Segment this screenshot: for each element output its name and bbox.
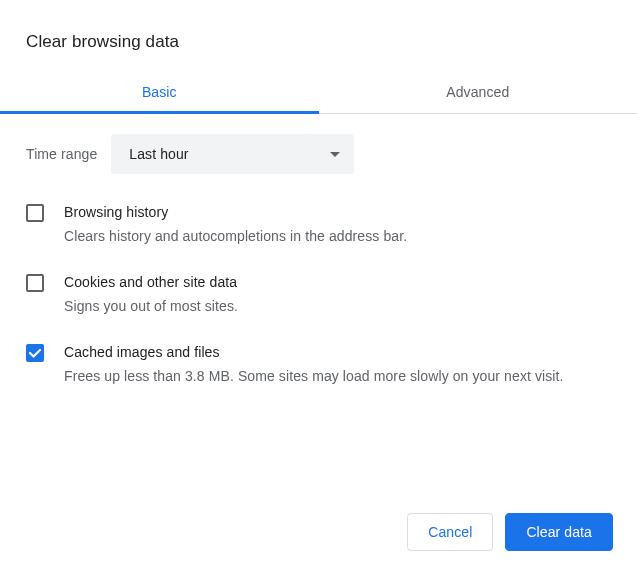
checkbox-cached[interactable] [26,344,44,362]
time-range-select[interactable]: Last hour [111,134,354,174]
option-text: Browsing history Clears history and auto… [64,202,611,246]
option-cookies: Cookies and other site data Signs you ou… [0,262,637,332]
option-desc: Clears history and autocompletions in th… [64,226,611,246]
dialog-title: Clear browsing data [0,0,637,72]
option-title: Browsing history [64,202,611,222]
chevron-down-icon [330,152,340,157]
check-icon [27,345,43,361]
option-browsing-history: Browsing history Clears history and auto… [0,192,637,262]
time-range-value: Last hour [129,146,188,162]
tab-basic[interactable]: Basic [0,72,319,113]
time-range-row: Time range Last hour [0,114,637,192]
clear-data-button[interactable]: Clear data [505,513,613,551]
cancel-button[interactable]: Cancel [407,513,493,551]
option-cached: Cached images and files Frees up less th… [0,332,637,402]
option-text: Cookies and other site data Signs you ou… [64,272,611,316]
checkbox-cookies[interactable] [26,274,44,292]
dialog-footer: Cancel Clear data [407,513,613,551]
tab-advanced[interactable]: Advanced [319,72,638,113]
option-text: Cached images and files Frees up less th… [64,342,611,386]
option-title: Cached images and files [64,342,611,362]
option-desc: Signs you out of most sites. [64,296,611,316]
checkbox-browsing-history[interactable] [26,204,44,222]
option-title: Cookies and other site data [64,272,611,292]
tab-bar: Basic Advanced [0,72,637,114]
time-range-label: Time range [26,146,97,162]
option-desc: Frees up less than 3.8 MB. Some sites ma… [64,366,611,386]
